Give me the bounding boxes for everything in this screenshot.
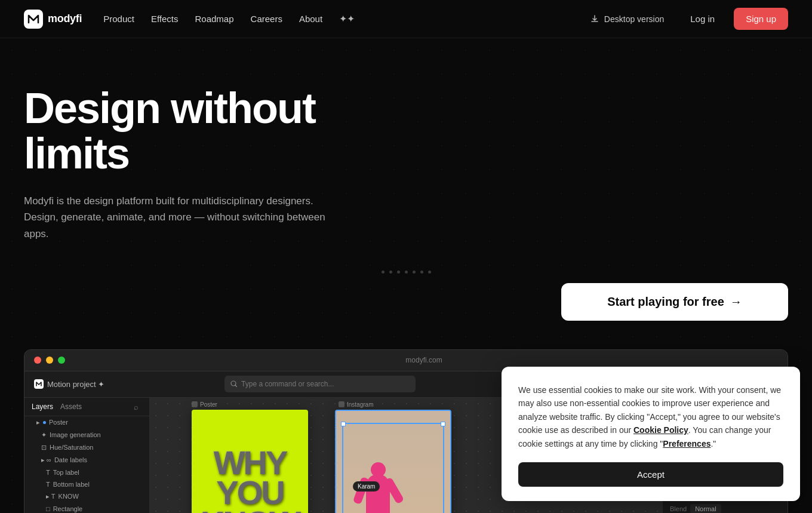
layers-panel-header: Layers Assets ⌕	[24, 398, 149, 416]
cookie-banner: We use essential cookies to make our sit…	[502, 367, 800, 501]
canvas-poster-label: Poster	[192, 401, 217, 408]
cta-label: Start playing for free	[607, 295, 724, 309]
cookie-policy-link[interactable]: Cookie Policy	[633, 425, 688, 435]
sparkle-icon: ✦✦	[339, 13, 355, 24]
toolbar-project-name: Motion project ✦	[34, 379, 104, 389]
hero-title: Design without limits	[24, 86, 406, 176]
nav-left: modyfi Product Effects Roadmap Careers A…	[24, 10, 355, 29]
dot-3	[397, 271, 400, 274]
toolbar-search[interactable]: Type a command or search...	[224, 376, 416, 392]
titlebar-minimize-dot	[46, 357, 53, 364]
desktop-version-button[interactable]: Desktop version	[583, 10, 671, 29]
layer-know[interactable]: ▸ T KNOW	[24, 490, 149, 503]
blend-label: Blend	[670, 505, 687, 512]
svg-rect-3	[192, 401, 198, 407]
login-button[interactable]: Log in	[681, 9, 724, 29]
toolbar-search-icon	[230, 380, 238, 388]
dot-4	[405, 271, 408, 274]
nav-item-careers[interactable]: Careers	[251, 14, 282, 24]
handle-tl	[341, 422, 346, 426]
layer-dot	[43, 421, 46, 424]
layers-tab[interactable]: Layers	[32, 403, 53, 411]
poster-metallic-text: WHYYOUKNOW	[201, 448, 299, 513]
download-icon	[590, 14, 599, 24]
canvas-instagram-frame	[335, 410, 451, 513]
selection-border	[342, 423, 444, 513]
nav-item-about[interactable]: About	[299, 14, 322, 24]
titlebar-url: modyfi.com	[70, 356, 778, 364]
layer-poster[interactable]: ▸ Poster	[24, 416, 149, 429]
layers-search-icon[interactable]: ⌕	[134, 403, 142, 411]
canvas-instagram-label: Instagram	[339, 401, 373, 408]
logo-text: modyfi	[48, 13, 82, 25]
dot-1	[382, 271, 385, 274]
dots-decoration	[24, 271, 788, 274]
handle-tr	[441, 422, 445, 426]
blend-row: Blend Normal	[670, 504, 780, 513]
titlebar-close-dot	[34, 357, 41, 364]
cookie-text: We use essential cookies to make our sit…	[518, 383, 783, 450]
dot-5	[413, 271, 416, 274]
layer-rectangle[interactable]: □ Rectangle	[24, 503, 149, 513]
nav-item-product[interactable]: Product	[103, 14, 134, 24]
layer-date-labels[interactable]: ▸ ∞ Date labels	[24, 454, 149, 466]
cta-start-playing-button[interactable]: Start playing for free →	[561, 283, 788, 321]
layers-panel: Layers Assets ⌕ ▸ Poster ✦ Image generat…	[24, 398, 150, 513]
nav-item-roadmap[interactable]: Roadmap	[195, 14, 234, 24]
blend-value[interactable]: Normal	[690, 504, 721, 513]
preferences-link[interactable]: Preferences	[663, 439, 710, 449]
canvas-poster-frame: WHYYOUKNOW	[192, 410, 308, 513]
logo[interactable]: modyfi	[24, 10, 82, 29]
karam-user-badge: Karam	[353, 481, 380, 492]
nav-item-effects[interactable]: Effects	[151, 14, 179, 24]
cookie-accept-button[interactable]: Accept	[518, 462, 783, 487]
layer-top-label[interactable]: T Top label	[24, 466, 149, 478]
dot-2	[389, 271, 392, 274]
nav-right: Desktop version Log in Sign up	[583, 8, 788, 30]
modyfi-app-icon	[34, 379, 44, 389]
assets-tab[interactable]: Assets	[60, 403, 82, 411]
layer-group-icon: ▸	[36, 419, 40, 426]
dot-7	[428, 271, 431, 274]
svg-rect-4	[339, 401, 345, 407]
hero-description: Modyfi is the design platform built for …	[24, 193, 334, 242]
layer-bottom-label[interactable]: T Bottom label	[24, 478, 149, 490]
navigation: modyfi Product Effects Roadmap Careers A…	[0, 0, 812, 38]
signup-button[interactable]: Sign up	[734, 8, 788, 30]
dot-6	[420, 271, 423, 274]
titlebar-maximize-dot	[58, 357, 65, 364]
layer-hue-saturation-1[interactable]: ⊡ Hue/Saturation	[24, 441, 149, 454]
svg-rect-0	[24, 10, 43, 29]
nav-links: Product Effects Roadmap Careers About ✦✦	[103, 13, 355, 24]
cta-arrow-icon: →	[730, 295, 742, 309]
layer-image-generation[interactable]: ✦ Image generation	[24, 429, 149, 441]
